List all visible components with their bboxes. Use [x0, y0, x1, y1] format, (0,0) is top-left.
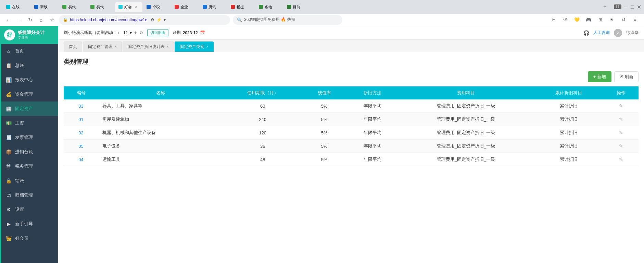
user-avatar: 人 [614, 29, 622, 37]
browser-tab-5[interactable]: 好会× [115, 2, 142, 12]
app-logo: 好 [4, 29, 15, 40]
settings-icon[interactable]: ⚙ [139, 31, 143, 35]
tab-count-badge: 11 [614, 4, 621, 9]
browser-tab-3[interactable]: 易代 [59, 2, 86, 12]
sidebar-item-guide[interactable]: ▶新手引导 [0, 217, 58, 231]
url-bar[interactable]: 🔒 https://cloud.chanjet.com/accounting/u… [59, 15, 230, 25]
browser-tab-11[interactable]: 目前 [283, 2, 311, 12]
browser-tab-1[interactable]: 在线 [3, 2, 30, 12]
lock-icon: 🔒 [63, 17, 68, 22]
tab-favicon [6, 5, 10, 9]
sidebar-item-invoice[interactable]: 🧾发票管理 [0, 130, 58, 145]
service-label[interactable]: 人工咨询 [593, 30, 610, 36]
maximize-button[interactable]: □ [631, 4, 634, 10]
sidebar-label-reports: 报表中心 [15, 77, 33, 83]
dropdown-arrow[interactable]: ▾ [130, 31, 132, 35]
tab-close-button[interactable]: × [135, 4, 137, 9]
sidebar-item-tax[interactable]: 🏛税务管理 [0, 159, 58, 174]
cell-action[interactable]: ✎ [604, 126, 639, 140]
sidebar-item-payroll[interactable]: 💵工资 [0, 116, 58, 130]
tab-label: 新版 [40, 4, 48, 10]
page-tab-close-3[interactable]: × [206, 45, 209, 49]
calendar-icon[interactable]: 📅 [200, 31, 205, 35]
site-info-icon[interactable]: ⚙ [151, 17, 154, 22]
undo-icon[interactable]: ↺ [619, 15, 628, 25]
cell-residual: 5% [302, 113, 346, 126]
refresh-button[interactable]: ↺ 刷新 [614, 71, 639, 82]
browser-tab-7[interactable]: 企业 [171, 2, 199, 12]
browser-tab-6[interactable]: 个税 [143, 2, 171, 12]
sidebar-icon-guide: ▶ [5, 221, 12, 227]
page-tab-label-2: 固定资产折旧统计表 [128, 44, 165, 50]
brightness-icon[interactable]: ☀ [607, 15, 617, 25]
sidebar-nav: ⌂首页📋总账📊报表中心💰资金管理🏢固定资产💵工资🧾发票管理📦进销台账🏛税务管理🔒… [0, 44, 58, 263]
sidebar-item-settings[interactable]: ⚙设置 [0, 202, 58, 217]
star-button[interactable]: ☆ [48, 16, 56, 24]
browser-tab-9[interactable]: 畅提 [227, 2, 255, 12]
reload-button[interactable]: ↻ [26, 16, 34, 24]
forward-button[interactable]: → [15, 16, 23, 24]
browser-tab-2[interactable]: 新版 [31, 2, 58, 12]
sidebar-item-home[interactable]: ⌂首页 [0, 44, 58, 58]
sidebar-item-fixed-assets[interactable]: 🏢固定资产 [0, 101, 58, 116]
minimize-button[interactable]: ─ [624, 4, 628, 10]
cell-action[interactable]: ✎ [604, 99, 639, 113]
sidebar-item-help[interactable]: 👑好会员 [0, 231, 58, 246]
tab-label: 腾讯 [209, 4, 216, 10]
sidebar-item-purchase-sales[interactable]: 📦进销台账 [0, 145, 58, 159]
table-body: 03器具、工具、家具等605%年限平均管理费用_固定资产折旧_一级累计折旧✎01… [64, 99, 639, 166]
tab-favicon [62, 5, 66, 9]
sidebar-icon-help: 👑 [5, 235, 12, 241]
sidebar-item-archive[interactable]: 🗂归档管理 [0, 188, 58, 202]
cell-name: 机器、机械和其他生产设备 [98, 126, 223, 140]
translate-icon[interactable]: 译 [560, 15, 570, 25]
sidebar-icon-fixed-assets: 🏢 [5, 106, 12, 112]
sidebar-icon-closing: 🔒 [5, 178, 12, 184]
sidebar-item-closing[interactable]: 🔒结账 [0, 174, 58, 188]
sidebar-item-ledger[interactable]: 📋总账 [0, 58, 58, 73]
table-header: 使用期限（月） [223, 86, 303, 99]
page-tab-close-2[interactable]: × [167, 45, 169, 49]
cell-accumulated: 累计折旧 [533, 126, 604, 140]
grid-icon[interactable]: ⊞ [595, 15, 605, 25]
sidebar-item-reports[interactable]: 📊报表中心 [0, 73, 58, 87]
page-tab-3[interactable]: 固定资产类别× [175, 41, 214, 52]
cell-action[interactable]: ✎ [604, 140, 639, 153]
switch-version-button[interactable]: 切到旧版 [147, 29, 168, 36]
search-bar[interactable]: 🔍 360智能抠图免费用 🔥 热搜 [233, 15, 342, 25]
lightning-icon[interactable]: ⚡ [156, 17, 162, 22]
gamepad-icon[interactable]: 🎮 [584, 15, 593, 25]
plus-button[interactable]: + [134, 30, 137, 36]
browser-tab-4[interactable]: 易代 [87, 2, 114, 12]
browser-tab-8[interactable]: 腾讯 [199, 2, 227, 12]
cell-action[interactable]: ✎ [604, 113, 639, 126]
table-row: 04运输工具485%年限平均管理费用_固定资产折旧_一级累计折旧✎ [64, 153, 639, 166]
page-tab-0[interactable]: 首页 [64, 41, 82, 52]
wallet-icon[interactable]: 💛 [572, 15, 582, 25]
browser-tab-10[interactable]: 各地 [255, 2, 283, 12]
cut-icon[interactable]: ✂ [549, 15, 558, 25]
topbar-right: 🎧 人工咨询 人 徐泽华 [583, 29, 639, 37]
sidebar: 好 畅捷通好会计 专业版 ⌂首页📋总账📊报表中心💰资金管理🏢固定资产💵工资🧾发票… [0, 26, 58, 263]
table-row: 03器具、工具、家具等605%年限平均管理费用_固定资产折旧_一级累计折旧✎ [64, 99, 639, 113]
sidebar-item-funds[interactable]: 💰资金管理 [0, 87, 58, 101]
tab-label: 好会 [124, 4, 132, 10]
url-dropdown-icon[interactable]: ▾ [164, 17, 166, 22]
page-tab-bar: 首页固定资产管理×固定资产折旧统计表×固定资产类别× [58, 40, 644, 52]
sidebar-icon-tax: 🏛 [5, 163, 12, 169]
add-button[interactable]: + 新增 [588, 71, 611, 82]
page-tab-2[interactable]: 固定资产折旧统计表× [123, 41, 174, 52]
page-tab-close-1[interactable]: × [115, 45, 117, 49]
new-tab-button[interactable]: + [600, 2, 610, 12]
cell-id: 03 [64, 99, 98, 113]
page-tab-1[interactable]: 固定资产管理× [83, 41, 122, 52]
table-row: 05电子设备365%年限平均管理费用_固定资产折旧_一级累计折旧✎ [64, 140, 639, 153]
cell-accumulated: 累计折旧 [533, 99, 604, 113]
home-button[interactable]: ⌂ [37, 16, 45, 24]
cell-period: 48 [223, 153, 303, 166]
close-window-button[interactable]: ✕ [637, 4, 641, 10]
menu-button[interactable]: ≡ [630, 15, 640, 25]
back-button[interactable]: ← [4, 16, 12, 24]
cell-action[interactable]: ✎ [604, 153, 639, 166]
sidebar-label-tax: 税务管理 [15, 163, 33, 169]
